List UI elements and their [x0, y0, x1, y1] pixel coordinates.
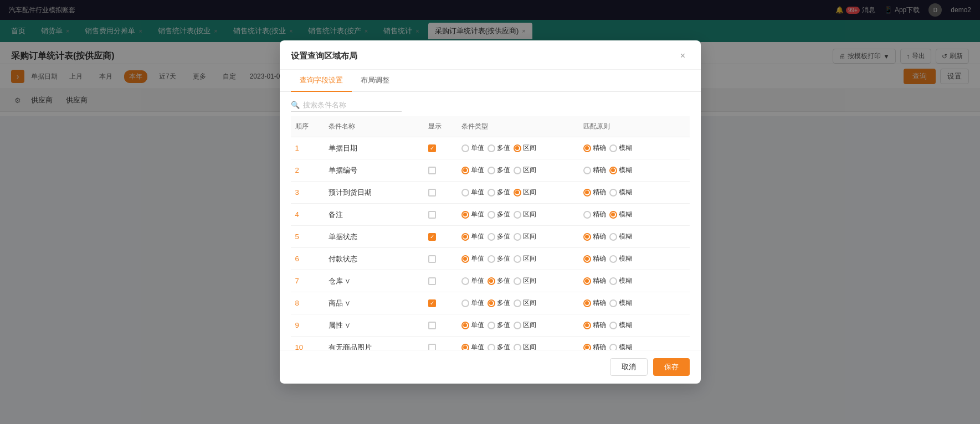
modal-search-area: 🔍	[280, 92, 701, 116]
modal-overlay[interactable]: 设置查询区域布局 × 查询字段设置 布局调整 🔍 顺序 条件名称 显示	[0, 0, 980, 116]
modal-dialog: 设置查询区域布局 × 查询字段设置 布局调整 🔍 顺序 条件名称 显示	[280, 40, 701, 116]
search-box: 🔍	[291, 99, 402, 112]
modal-close-button[interactable]: ×	[676, 49, 690, 63]
modal-header: 设置查询区域布局 ×	[280, 40, 701, 70]
search-icon: 🔍	[291, 101, 300, 109]
modal-tabs: 查询字段设置 布局调整	[280, 70, 701, 92]
modal-title: 设置查询区域布局	[291, 51, 357, 61]
search-input[interactable]	[303, 101, 392, 109]
tab-layout-adjust[interactable]: 布局调整	[352, 70, 398, 92]
tab-query-fields[interactable]: 查询字段设置	[291, 70, 352, 92]
